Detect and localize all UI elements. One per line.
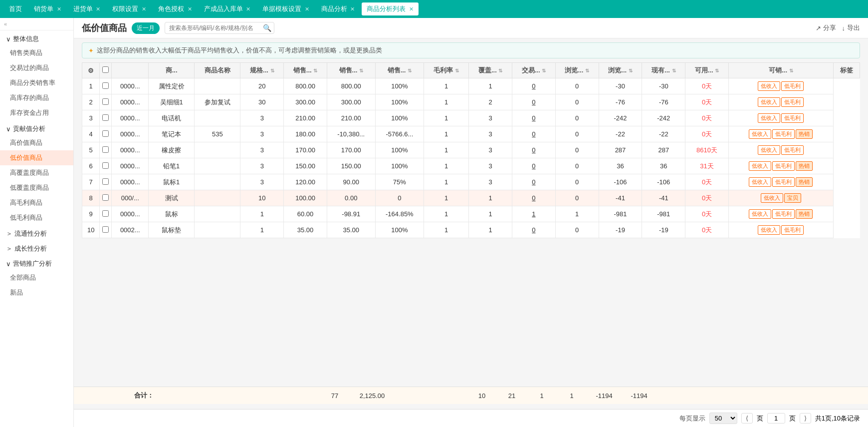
row-checkbox[interactable] bbox=[102, 162, 109, 169]
sidebar-group-contribution[interactable]: ∨ 贡献值分析 bbox=[0, 120, 73, 135]
cell-checkbox[interactable] bbox=[100, 158, 112, 174]
nav-close-role[interactable]: ✕ bbox=[188, 6, 192, 12]
sidebar-group-marketing[interactable]: ∨ 营销推广分析 bbox=[0, 255, 73, 270]
cell-spec bbox=[195, 222, 240, 238]
cell-spec: 535 bbox=[195, 126, 240, 142]
sidebar-group-growth[interactable]: ＞ 成长性分析 bbox=[0, 240, 73, 255]
browse-link[interactable]: 0 bbox=[532, 178, 535, 186]
cell-checkbox[interactable] bbox=[100, 110, 112, 126]
page-number-input[interactable] bbox=[767, 413, 785, 424]
cell-browse1[interactable]: 0 bbox=[512, 190, 556, 206]
browse-link[interactable]: 0 bbox=[532, 98, 535, 106]
date-filter-button[interactable]: 近一月 bbox=[132, 22, 160, 34]
sidebar-group-liquidity[interactable]: ＞ 流通性分析 bbox=[0, 225, 73, 240]
cell-browse1[interactable]: 0 bbox=[512, 78, 556, 94]
cell-gross-rate: -5766.6... bbox=[375, 126, 424, 142]
browse-link[interactable]: 0 bbox=[532, 114, 535, 122]
share-button[interactable]: ↗ 分享 bbox=[816, 23, 836, 32]
table-container[interactable]: ⚙ 商... 商品名称 规格... ⇅ 销售... ⇅ 销售... ⇅ 销售..… bbox=[74, 62, 868, 387]
sidebar-item-new-products[interactable]: 新品 bbox=[0, 285, 73, 300]
cell-browse1[interactable]: 0 bbox=[512, 174, 556, 190]
nav-product-entry[interactable]: 产成品入库单 ✕ bbox=[199, 2, 256, 15]
row-checkbox[interactable] bbox=[102, 178, 109, 185]
browse-link[interactable]: 0 bbox=[532, 82, 535, 90]
scrollbar[interactable] bbox=[74, 404, 868, 409]
browse-link[interactable]: 0 bbox=[532, 146, 535, 154]
select-all-checkbox[interactable] bbox=[102, 66, 109, 73]
sidebar-item-low-profit[interactable]: 低毛利商品 bbox=[0, 210, 73, 225]
nav-role[interactable]: 角色授权 ✕ bbox=[153, 2, 197, 15]
row-checkbox[interactable] bbox=[102, 210, 109, 217]
cell-browse1[interactable]: 0 bbox=[512, 142, 556, 158]
sidebar-item-all-products[interactable]: 全部商品 bbox=[0, 270, 73, 285]
cell-name: 鼠标1 bbox=[149, 174, 195, 190]
cell-browse1[interactable]: 0 bbox=[512, 158, 556, 174]
cell-checkbox[interactable] bbox=[100, 206, 112, 222]
first-page-button[interactable]: ⟨ bbox=[741, 413, 753, 424]
nav-close-product-analysis[interactable]: ✕ bbox=[350, 6, 355, 12]
cell-checkbox[interactable] bbox=[100, 78, 112, 94]
row-checkbox[interactable] bbox=[102, 130, 109, 137]
sidebar-item-low-value[interactable]: 低价值商品 bbox=[0, 150, 73, 165]
export-button[interactable]: ↓ 导出 bbox=[842, 23, 861, 32]
cell-browse1[interactable]: 0 bbox=[512, 222, 556, 238]
cell-checkbox[interactable] bbox=[100, 190, 112, 206]
browse-link[interactable]: 1 bbox=[532, 210, 535, 218]
cell-checkbox[interactable] bbox=[100, 142, 112, 158]
row-checkbox[interactable] bbox=[102, 98, 109, 105]
nav-permission[interactable]: 权限设置 ✕ bbox=[107, 2, 151, 15]
per-page-select[interactable]: 50 100 200 bbox=[709, 413, 737, 424]
cell-browse1[interactable]: 0 bbox=[512, 126, 556, 142]
next-page-button[interactable]: ⟩ bbox=[800, 413, 811, 424]
nav-template[interactable]: 单据模板设置 ✕ bbox=[257, 2, 314, 15]
cell-checkbox[interactable] bbox=[100, 222, 112, 238]
sidebar-item-high-inventory[interactable]: 高库存的商品 bbox=[0, 90, 73, 105]
cell-checkbox[interactable] bbox=[100, 94, 112, 110]
nav-product-analysis[interactable]: 商品分析 ✕ bbox=[316, 2, 360, 15]
sidebar-item-high-coverage[interactable]: 高覆盖度商品 bbox=[0, 165, 73, 180]
browse-link[interactable]: 0 bbox=[532, 194, 535, 202]
cell-current: -106 bbox=[599, 174, 642, 190]
nav-close-product-analysis-list[interactable]: ✕ bbox=[409, 6, 414, 12]
browse-link[interactable]: 0 bbox=[532, 226, 535, 234]
sidebar-group-overall[interactable]: ∨ 整体信息 bbox=[0, 30, 73, 45]
row-checkbox[interactable] bbox=[102, 114, 109, 121]
cell-checkbox[interactable] bbox=[100, 126, 112, 142]
nav-purchase[interactable]: 进货单 ✕ bbox=[68, 2, 106, 15]
nav-sales[interactable]: 销货单 ✕ bbox=[29, 2, 66, 15]
nav-close-purchase[interactable]: ✕ bbox=[96, 6, 100, 12]
row-checkbox[interactable] bbox=[102, 146, 109, 153]
cell-browse1[interactable]: 0 bbox=[512, 110, 556, 126]
col-checkbox[interactable] bbox=[100, 63, 112, 78]
sidebar-item-high-profit[interactable]: 高毛利商品 bbox=[0, 195, 73, 210]
nav-close-permission[interactable]: ✕ bbox=[142, 6, 146, 12]
export-icon: ↓ bbox=[842, 24, 846, 32]
row-checkbox[interactable] bbox=[102, 226, 109, 233]
cell-browse1[interactable]: 1 bbox=[512, 206, 556, 222]
sidebar-item-traded-products[interactable]: 交易过的商品 bbox=[0, 60, 73, 75]
nav-close-template[interactable]: ✕ bbox=[305, 6, 309, 12]
sidebar-item-high-value[interactable]: 高价值商品 bbox=[0, 135, 73, 150]
sidebar-collapse-btn[interactable]: « bbox=[4, 21, 7, 27]
search-input[interactable] bbox=[165, 22, 274, 34]
sidebar-item-category-sales[interactable]: 商品分类销售率 bbox=[0, 75, 73, 90]
nav-product-analysis-list[interactable]: 商品分析列表 ✕ bbox=[362, 2, 419, 15]
col-gear[interactable]: ⚙ bbox=[82, 63, 100, 78]
sidebar-item-low-coverage[interactable]: 低覆盖度商品 bbox=[0, 180, 73, 195]
nav-close-sales[interactable]: ✕ bbox=[57, 6, 61, 12]
cell-checkbox[interactable] bbox=[100, 174, 112, 190]
sidebar-item-inventory-capital[interactable]: 库存资金占用 bbox=[0, 105, 73, 120]
sidebar-item-sales-products[interactable]: 销售类商品 bbox=[0, 45, 73, 60]
browse-link[interactable]: 0 bbox=[532, 162, 535, 170]
browse-link[interactable]: 0 bbox=[532, 130, 535, 138]
search-icon[interactable]: 🔍 bbox=[263, 24, 271, 32]
cell-saleable: 31天 bbox=[685, 158, 729, 174]
cell-browse1[interactable]: 0 bbox=[512, 94, 556, 110]
nav-close-product-entry[interactable]: ✕ bbox=[246, 6, 250, 12]
row-checkbox[interactable] bbox=[102, 194, 109, 201]
nav-home[interactable]: 首页 bbox=[4, 2, 27, 15]
main-layout: « ∨ 整体信息 销售类商品 交易过的商品 商品分类销售率 高库存的商品 库存资… bbox=[0, 18, 868, 427]
cell-gross-rate: 100% bbox=[375, 94, 424, 110]
cell-available: -19 bbox=[642, 222, 685, 238]
row-checkbox[interactable] bbox=[102, 82, 109, 89]
